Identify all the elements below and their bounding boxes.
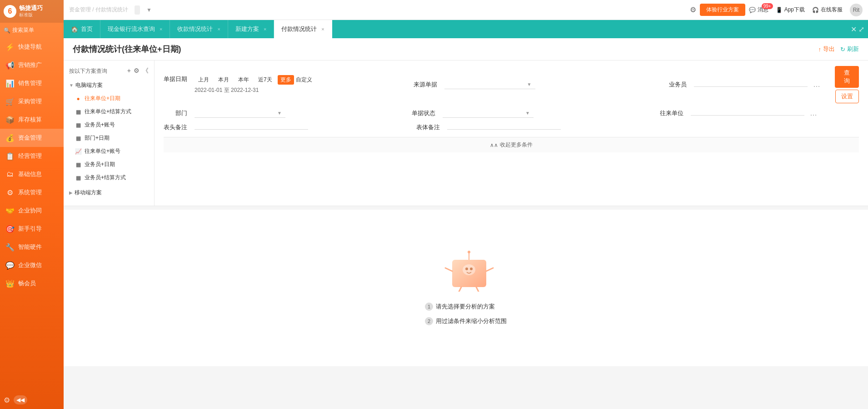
sidebar-item-wechat[interactable]: 💬 企业微信 [0, 256, 64, 274]
date-btn-this-year[interactable]: 本年 [234, 75, 253, 85]
scheme-item-staff-account[interactable]: ▦ 业务员+账号 [64, 118, 154, 131]
partner-input[interactable] [691, 111, 804, 116]
sidebar-item-guide[interactable]: 🎯 新手引导 [0, 220, 64, 238]
app-download-button[interactable]: 📱 App下载 [776, 6, 805, 14]
scheme-group-mobile-title[interactable]: ▶ 移动端方案 [64, 186, 154, 199]
sidebar-settings-icon[interactable]: ⚙ [4, 396, 10, 404]
export-icon: ↑ [818, 46, 822, 53]
date-btn-last-month[interactable]: 上月 [195, 75, 213, 85]
breadcrumb-arrow: ▼ [146, 7, 152, 13]
sidebar-item-sales[interactable]: 📊 销售管理 [0, 74, 64, 92]
date-btn-more[interactable]: 更多 [278, 75, 294, 85]
sidebar-item-hardware[interactable]: 🔧 智能硬件 [0, 238, 64, 256]
tab-payment-close[interactable]: × [321, 26, 324, 32]
page-header-actions: ↑ 导出 ↻ 刷新 [818, 45, 859, 53]
sidebar-item-basic-info[interactable]: 🗂 基础信息 [0, 165, 64, 183]
sidebar-item-label: 系统管理 [18, 188, 42, 197]
member-icon: 👑 [5, 279, 15, 288]
scheme-item-partner-date[interactable]: ● 往来单位+日期 [64, 92, 154, 105]
sidebar-item-operations[interactable]: 📋 经营管理 [0, 147, 64, 165]
note-body-input[interactable] [447, 126, 561, 130]
tabbar-actions: ✕ ⤢ [847, 25, 868, 34]
dept-arrow-icon: ▼ [277, 111, 282, 116]
sidebar-item-purchase[interactable]: 🛒 采购管理 [0, 92, 64, 111]
search-menu[interactable]: 🔍 搜索菜单 [0, 23, 64, 38]
tab-bank-close[interactable]: × [160, 26, 162, 32]
sidebar-item-finance[interactable]: 💰 资金管理 [0, 129, 64, 147]
sidebar-item-inventory[interactable]: 📦 库存核算 [0, 111, 64, 129]
logo-text: 畅捷通巧 标准版 [19, 5, 43, 18]
scheme-item-staff-payment[interactable]: ▦ 业务员+结算方式 [64, 171, 154, 184]
scheme-settings-button[interactable]: ⚙ [134, 67, 140, 75]
date-section: 上月 本月 本年 近7天 更多 自定义 2022-01-01 至 2022-12… [195, 75, 312, 94]
page-title: 付款情况统计(往来单位+日期) [73, 44, 181, 55]
sidebar-item-label: 企业协同 [18, 207, 42, 215]
gear-icon[interactable]: ⚙ [690, 5, 696, 14]
tab-bank[interactable]: 现金银行流水查询 × [100, 20, 170, 38]
staff-more-button[interactable]: … [811, 81, 822, 89]
source-label: 来源单据 [414, 81, 441, 89]
avatar[interactable]: Rit [850, 4, 863, 16]
tab-new-scheme[interactable]: 新建方案 × [228, 20, 274, 38]
sidebar-item-label: 快捷导航 [18, 43, 42, 51]
svg-line-6 [445, 268, 452, 271]
query-button[interactable]: 查询 [835, 66, 859, 88]
tab-expand-icon[interactable]: ⤢ [858, 25, 864, 34]
message-button[interactable]: 💬 消息 99+ [749, 6, 768, 14]
svg-point-2 [465, 268, 468, 270]
sales-icon: 📊 [5, 79, 15, 88]
scheme-collapse-button[interactable]: 《 [142, 67, 149, 75]
empty-tips: 1 请先选择要分析的方案 2 用过滤条件来缩小分析范围 [425, 301, 507, 330]
home-icon: 🏠 [71, 26, 78, 33]
scheme-item-staff-date[interactable]: ▦ 业务员+日期 [64, 158, 154, 171]
dept-select[interactable]: ▼ [195, 109, 285, 118]
note-head-input[interactable] [195, 126, 308, 130]
refresh-icon: ↻ [840, 46, 845, 53]
sidebar-item-quick-nav[interactable]: ⚡ 快捷导航 [0, 38, 64, 56]
tab-new-scheme-close[interactable]: × [264, 26, 266, 32]
filter-row-3: 表头备注 表体备注 [164, 123, 859, 131]
scheme-item-chart-icon-2: ▦ [75, 122, 82, 128]
dept-label: 部门 [164, 109, 191, 117]
tab-close-all-icon[interactable]: ✕ [851, 25, 857, 34]
sidebar-item-marketing[interactable]: 📢 营销推广 [0, 56, 64, 74]
tab-receipt[interactable]: 收款情况统计 × [170, 20, 228, 38]
date-btn-7days[interactable]: 近7天 [254, 75, 276, 85]
scheme-item-dept-date[interactable]: ▦ 部门+日期 [64, 131, 154, 145]
tab-receipt-close[interactable]: × [217, 26, 220, 32]
scheme-item-partner-payment[interactable]: ▦ 往来单位+结算方式 [64, 105, 154, 118]
topbar-right: 💬 消息 99+ 📱 App下载 🎧 在线客服 Rit [749, 4, 863, 16]
trial-button[interactable]: 体验行业方案 [700, 4, 745, 16]
scheme-item-partner-account[interactable]: 📈 往来单位+账号 [64, 145, 154, 158]
staff-input[interactable] [694, 83, 808, 87]
operations-icon: 📋 [5, 151, 15, 161]
scheme-add-button[interactable]: + [127, 67, 131, 75]
scheme-item-active-indicator: ● [75, 96, 82, 102]
partner-more-button[interactable]: … [808, 109, 819, 117]
status-select[interactable]: ▼ [443, 109, 534, 118]
source-select[interactable]: ▼ [444, 80, 535, 89]
breadcrumb: 资金管理 / 付款情况统计 [69, 6, 128, 14]
logo-icon: 6 [4, 5, 16, 18]
online-service-button[interactable]: 🎧 在线客服 [812, 6, 843, 14]
sidebar-item-enterprise[interactable]: 🤝 企业协同 [0, 202, 64, 220]
note-body-label: 表体备注 [416, 123, 444, 131]
sidebar-collapse-button[interactable]: ◀◀ [14, 395, 27, 404]
collapse-more-button[interactable]: ∧∧ 收起更多条件 [164, 137, 859, 152]
tab-home[interactable]: 🏠 首页 [64, 20, 100, 38]
sidebar-item-system[interactable]: ⚙ 系统管理 [0, 183, 64, 202]
tab-payment[interactable]: 付款情况统计 × [274, 20, 332, 38]
scheme-group-mobile: ▶ 移动端方案 [64, 186, 154, 199]
svg-point-5 [468, 251, 470, 253]
tabbar: 🏠 首页 现金银行流水查询 × 收款情况统计 × 新建方案 × 付款情况统计 ×… [64, 20, 868, 38]
filter-settings-button[interactable]: 设置 [835, 90, 859, 103]
scheme-group-desktop-title[interactable]: ▼ 电脑端方案 [64, 79, 154, 92]
quick-nav-icon: ⚡ [5, 42, 15, 51]
export-button[interactable]: ↑ 导出 [818, 45, 835, 53]
scheme-item-chart-icon-3: ▦ [75, 135, 82, 141]
refresh-button[interactable]: ↻ 刷新 [840, 45, 859, 53]
sidebar-nav: ⚡ 快捷导航 📢 营销推广 📊 销售管理 🛒 采购管理 📦 库存核算 💰 资金管… [0, 38, 64, 391]
sidebar-item-member[interactable]: 👑 畅会员 [0, 274, 64, 293]
date-btn-this-month[interactable]: 本月 [215, 75, 233, 85]
sidebar-bottom: ⚙ ◀◀ [0, 391, 64, 409]
